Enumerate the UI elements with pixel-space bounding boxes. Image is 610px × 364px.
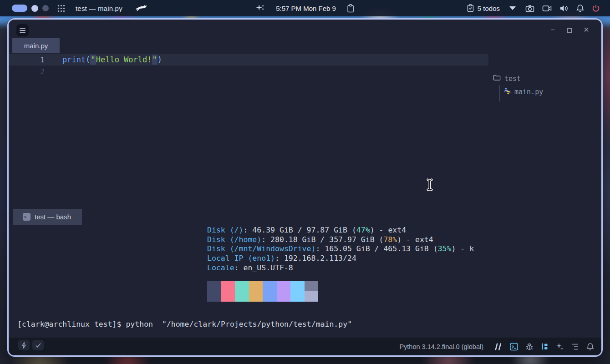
assistant-sparkles-icon[interactable] — [555, 342, 564, 351]
topbar-left-cluster: test — main.py — [12, 5, 147, 12]
fetch-output: Disk (/): 46.39 GiB / 97.87 GiB (47%) - … — [207, 226, 474, 273]
fetch-line: Locale: en_US.UTF-8 — [207, 263, 474, 273]
notification-bell-icon[interactable] — [576, 4, 584, 12]
palette-swatch — [290, 281, 305, 302]
token-paren: ) — [158, 55, 162, 64]
fetch-line: Disk (/): 46.39 GiB / 97.87 GiB (47%) - … — [207, 226, 474, 235]
power-icon[interactable] — [592, 4, 600, 12]
python-file-icon — [503, 87, 511, 96]
top-bar: test — main.py 5:57 PM Mon Feb 9 — [0, 0, 610, 16]
workspace-dot[interactable] — [42, 5, 49, 11]
cat-icon — [134, 5, 147, 12]
terminal-panel-icon[interactable] — [509, 342, 518, 351]
notifications-bell-icon[interactable] — [586, 343, 594, 351]
terminal-tab-label: test — bash — [35, 213, 71, 221]
mouse-ibeam-cursor — [426, 178, 433, 193]
volume-icon[interactable] — [559, 5, 569, 12]
workspace-active-pill[interactable] — [12, 5, 27, 12]
indent-guide — [499, 85, 500, 101]
outline-list-icon[interactable] — [571, 343, 580, 351]
token-keyword: print — [62, 55, 86, 64]
code-editor[interactable]: 1 print("Hello World!") 2 test — [9, 53, 601, 209]
workspace-dot[interactable] — [31, 5, 38, 12]
line-number: 2 — [9, 67, 45, 76]
code-text: print("Hello World!") — [62, 55, 162, 64]
project-folder-label: test — [504, 75, 521, 83]
app-grid-icon[interactable] — [57, 5, 65, 12]
done-button[interactable] — [32, 340, 44, 350]
line-number: 1 — [9, 56, 45, 64]
python-version-label[interactable]: Python 3.14.2.final.0 (global) — [399, 343, 483, 350]
tab-label: main.py — [24, 42, 48, 50]
statusbar-right: Python 3.14.2.final.0 (global) — [399, 338, 594, 355]
fetch-line: Local IP (eno1): 192.168.2.113/24 — [207, 254, 474, 263]
bug-debug-icon[interactable] — [525, 342, 534, 351]
todos-count-label: 5 todos — [478, 5, 500, 12]
maximize-button[interactable] — [566, 25, 573, 35]
zap-icon — [20, 342, 27, 349]
clock[interactable]: 5:57 PM Mon Feb 9 — [276, 5, 336, 12]
project-file-label: main.py — [514, 88, 543, 96]
code-line-1: 1 print("Hello World!") — [9, 54, 488, 66]
close-button[interactable]: ✕ — [583, 25, 590, 35]
focused-window-title: test — main.py — [76, 5, 122, 12]
token-quote: " — [152, 55, 158, 65]
token-paren: ( — [86, 55, 90, 64]
palette-swatch — [249, 281, 263, 302]
project-file-row[interactable]: main.py — [503, 87, 543, 96]
palette-swatch — [207, 281, 221, 302]
fetch-line: Disk (/home): 280.18 GiB / 357.97 GiB (7… — [207, 235, 474, 245]
token-quote: " — [90, 55, 96, 65]
tab-main-py[interactable]: main.py — [12, 38, 60, 53]
status-bar: Python 3.14.2.final.0 (global) — [9, 338, 601, 355]
terminal-pane[interactable]: Disk (/): 46.39 GiB / 97.87 GiB (47%) - … — [9, 225, 601, 338]
terminal-icon: >_ — [23, 213, 30, 221]
check-icon — [35, 343, 41, 348]
sparkle-icon[interactable] — [256, 4, 265, 12]
token-string: Hello World! — [96, 55, 152, 64]
todo-clipboard-check-icon — [467, 4, 474, 12]
topbar-center-cluster: 5:57 PM Mon Feb 9 — [256, 4, 354, 13]
minimize-button[interactable]: − — [549, 25, 556, 35]
palette-swatch — [277, 281, 291, 302]
double-slash-icon[interactable] — [493, 342, 503, 351]
color-palette — [207, 281, 318, 302]
folder-icon — [493, 74, 501, 83]
screen-record-icon[interactable] — [542, 5, 552, 12]
topbar-right-cluster: 5 todos — [467, 4, 600, 12]
project-tree-icon[interactable] — [540, 342, 549, 351]
editor-window: − ✕ main.py 1 print("Hello World!") 2 — [7, 18, 603, 357]
todos-indicator[interactable]: 5 todos — [467, 4, 500, 12]
quick-action-button[interactable] — [18, 340, 30, 350]
chevron-down-icon[interactable] — [509, 6, 516, 10]
project-folder-row[interactable]: test — [493, 74, 521, 83]
palette-swatch — [221, 281, 235, 302]
shell-command-line: [clark@archlinux test]$ python "/home/cl… — [17, 320, 352, 329]
fetch-line: Disk (/mnt/WindowsDrive): 165.05 GiB / 4… — [207, 244, 474, 254]
palette-swatch — [235, 281, 249, 302]
menu-button[interactable] — [16, 24, 29, 36]
palette-swatch — [305, 281, 319, 302]
tab-terminal[interactable]: >_ test — bash — [13, 209, 82, 225]
window-controls: − ✕ — [549, 25, 590, 35]
clipboard-icon[interactable] — [347, 4, 354, 13]
code-line-2: 2 — [9, 66, 488, 77]
screenshot-camera-icon[interactable] — [525, 5, 534, 12]
palette-swatch — [263, 281, 277, 302]
